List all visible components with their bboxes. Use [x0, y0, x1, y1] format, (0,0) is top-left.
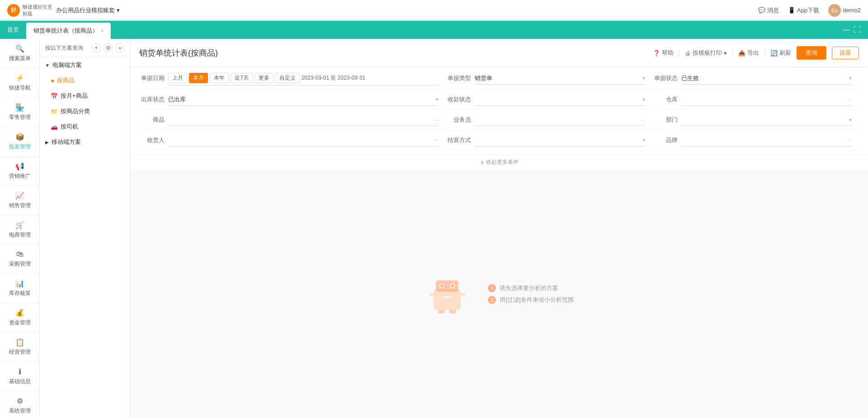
logo-text: 畅捷通好生意 标版	[23, 4, 52, 17]
type-dropdown-icon[interactable]: ▾	[642, 75, 645, 81]
warehouse-more-icon[interactable]: ···	[847, 96, 852, 103]
filter-cell-type: 单据类型 销货单 ▾	[446, 72, 652, 85]
wholesale-icon: 📦	[15, 133, 24, 141]
scheme-item-by-goods[interactable]: ● 按商品	[40, 73, 130, 88]
user-area[interactable]: Ea demo2	[828, 4, 861, 17]
date-btn-custom[interactable]: 自定义	[275, 73, 300, 83]
svg-rect-0	[434, 290, 461, 310]
status-value[interactable]: 已生效 ▾	[681, 72, 852, 85]
status-dropdown-icon[interactable]: ▾	[849, 75, 852, 81]
print-button[interactable]: 🖨 按模板打印 ▾	[685, 49, 727, 57]
tab-sales-stats[interactable]: 销货单统计表（按商品） ×	[26, 23, 111, 39]
tab-close-icon[interactable]: ×	[101, 28, 104, 33]
minimize-icon[interactable]: —	[843, 26, 850, 34]
retail-icon: 🏪	[15, 103, 24, 112]
payment-dropdown[interactable]: ▾	[642, 137, 645, 143]
scheme-group-pc[interactable]: ▼ 电脑端方案	[40, 57, 130, 73]
date-range: 2023-03-01 至 2023-03-31	[302, 74, 365, 82]
sidebar-item-marketing[interactable]: 📢 营销推广	[0, 157, 39, 186]
collapse-row[interactable]: ∧ 收起更多条件	[130, 154, 868, 170]
date-btn-more[interactable]: 更多	[255, 73, 274, 83]
filter-results-panel: 销货单统计表(按商品) ❓ 帮助 🖨 按模板打印 ▾	[130, 39, 868, 418]
sidebar-item-wholesale[interactable]: 📦 批发管理	[0, 127, 39, 157]
empty-svg	[425, 271, 470, 317]
sidebar-item-inventory[interactable]: 📊 库存核算	[0, 274, 39, 303]
brand-value[interactable]: ···	[681, 134, 852, 147]
receiver-value[interactable]: ···	[168, 134, 439, 147]
maximize-icon[interactable]: ⛶	[854, 26, 861, 34]
scheme-group-mobile[interactable]: ▶ 移动端方案	[40, 134, 130, 150]
sales-icon: 📈	[15, 191, 24, 200]
filter-row-3: 商品 ··· 业务员 ··· 部门	[139, 110, 859, 130]
empty-hint-1: 1 请先选择要分析的方案	[488, 284, 573, 292]
message-button[interactable]: 💬 消息	[758, 6, 779, 14]
sidebar-item-retail[interactable]: 🏪 零售管理	[0, 98, 39, 127]
scheme-item-driver[interactable]: 🚗 按司机	[40, 119, 130, 134]
date-btn-this-month[interactable]: 本月	[189, 73, 208, 83]
print-icon: 🖨	[685, 50, 691, 57]
sidebar-item-system[interactable]: ⚙ 系统管理	[0, 391, 39, 418]
sidebar-item-finance[interactable]: 💰 资金管理	[0, 303, 39, 332]
warehouse-out-value[interactable]: 已出库 ▾	[168, 93, 439, 106]
goods-value[interactable]: ···	[168, 114, 439, 126]
goods-more-icon[interactable]: ···	[434, 117, 439, 123]
sidebar-item-sales[interactable]: 📈 销售管理	[0, 186, 39, 215]
finance-icon: 💰	[15, 309, 24, 317]
type-value[interactable]: 销货单 ▾	[475, 72, 645, 85]
inventory-icon: 📊	[15, 279, 24, 288]
receiver-more-icon[interactable]: ···	[434, 137, 439, 143]
page-title-row: 销货单统计表(按商品) ❓ 帮助 🖨 按模板打印 ▾	[139, 46, 859, 60]
logo-area: 好 畅捷通好生意 标版	[7, 4, 52, 17]
svg-rect-8	[460, 293, 465, 296]
svg-point-4	[441, 285, 443, 287]
svg-rect-1	[436, 280, 458, 292]
staff-value[interactable]: ···	[475, 114, 645, 126]
refresh-button[interactable]: 🔄 刷新	[770, 49, 791, 57]
scheme-item-month-goods[interactable]: 📅 按月+商品	[40, 88, 130, 104]
scheme-item-goods-category[interactable]: 📁 按商品分类	[40, 104, 130, 119]
filter-cell-receiver: 收货人 ···	[139, 134, 446, 147]
scheme-panel-header: 按以下方案查询 + ⚙ «	[40, 39, 130, 57]
app-download-button[interactable]: 📱 App下载	[788, 6, 819, 14]
warehouse-out-dropdown[interactable]: ▾	[436, 96, 439, 103]
content-area: 按以下方案查询 + ⚙ « ▼ 电脑端方案 ● 按商品 📅 按月+商品	[40, 39, 868, 418]
staff-label: 业务员	[446, 116, 471, 124]
filter-cell-staff: 业务员 ···	[446, 114, 652, 126]
query-button[interactable]: 查询	[797, 46, 826, 60]
status-label: 单据状态	[652, 74, 678, 82]
receive-dropdown[interactable]: ▾	[642, 96, 645, 103]
scheme-settings-button[interactable]: ⚙	[104, 43, 113, 52]
sidebar-item-ecommerce[interactable]: 🛒 电商管理	[0, 215, 39, 245]
scheme-add-button[interactable]: +	[92, 43, 101, 52]
sidebar-item-nav[interactable]: ⚡ 快捷导航	[0, 68, 39, 98]
dept-label: 部门	[652, 116, 678, 124]
date-btn-7days[interactable]: 近7天	[231, 73, 253, 83]
filter-cell-date: 单据日期 上月 本月 本年 近7天 更多 自定义 2023-03-01 至 20…	[139, 71, 446, 86]
page-header: 销货单统计表(按商品) ❓ 帮助 🖨 按模板打印 ▾	[130, 39, 868, 67]
scheme-collapse-button[interactable]: «	[115, 43, 124, 52]
svg-rect-7	[429, 293, 434, 296]
date-btn-this-year[interactable]: 本年	[210, 73, 229, 83]
sidebar-item-basic-info[interactable]: ℹ 基础信息	[0, 362, 39, 391]
page-title: 销货单统计表(按商品)	[139, 48, 218, 58]
export-button[interactable]: 📤 导出	[738, 49, 759, 57]
filter-cell-payment: 结算方式 ▾	[446, 134, 652, 147]
receive-value[interactable]: ▾	[475, 93, 645, 106]
date-btn-last-month[interactable]: 上月	[168, 73, 187, 83]
workspace-selector[interactable]: 办公用品行业模拟账套 ▾	[56, 6, 120, 14]
help-button[interactable]: ❓ 帮助	[653, 49, 674, 57]
payment-value[interactable]: ▾	[475, 134, 645, 147]
filter-row-1: 单据日期 上月 本月 本年 近7天 更多 自定义 2023-03-01 至 20…	[139, 67, 859, 90]
warehouse-value[interactable]: ···	[681, 93, 852, 106]
filter-cell-brand: 品牌 ···	[652, 134, 859, 147]
sidebar-item-purchase[interactable]: 🛍 采购管理	[0, 245, 39, 274]
brand-more-icon[interactable]: ···	[847, 137, 852, 143]
warehouse-out-label: 出库状态	[139, 95, 165, 104]
sidebar-item-search[interactable]: 🔍 搜索菜单	[0, 39, 39, 68]
dept-dropdown[interactable]: ▾	[849, 117, 852, 123]
settings-button[interactable]: 设置	[832, 47, 859, 59]
dept-value[interactable]: ▾	[681, 114, 852, 126]
sidebar-item-operations[interactable]: 📋 经营管理	[0, 332, 39, 362]
staff-more-icon[interactable]: ···	[641, 117, 645, 123]
tab-home[interactable]: 首页	[0, 21, 26, 39]
